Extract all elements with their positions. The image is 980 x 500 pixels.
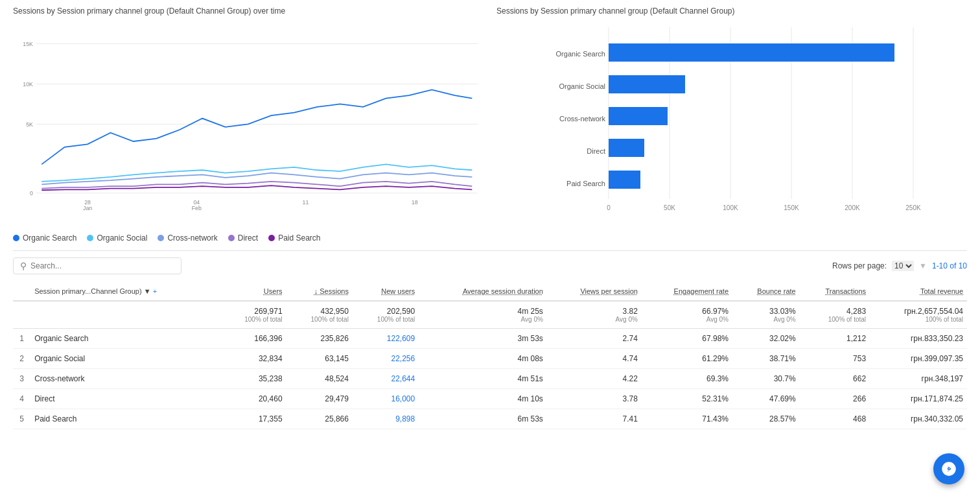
row-bounce: 38.71% <box>732 349 800 369</box>
svg-text:Feb: Feb <box>192 205 202 211</box>
col-new-users[interactable]: New users <box>353 282 419 301</box>
totals-bounce: 33.03% Avg 0% <box>732 301 800 329</box>
totals-new-users: 202,590 100% of total <box>353 301 419 329</box>
totals-users-value: 269,971 <box>254 307 282 316</box>
row-bounce: 30.7% <box>732 369 800 389</box>
totals-views-sub: Avg 0% <box>551 316 638 323</box>
svg-text:Cross-network: Cross-network <box>559 115 605 123</box>
totals-users-sub: 100% of total <box>224 316 282 323</box>
totals-avg-duration-sub: Avg 0% <box>423 316 543 323</box>
legend-item-paid-search: Paid Search <box>268 233 320 243</box>
row-users: 35,238 <box>220 369 286 389</box>
table-row: 1 Organic Search 166,396 235,826 122,609… <box>13 329 967 349</box>
totals-engagement-value: 66.97% <box>702 307 729 316</box>
col-users[interactable]: Users <box>220 282 286 301</box>
svg-text:50K: 50K <box>664 204 675 211</box>
totals-views-value: 3.82 <box>623 307 638 316</box>
legend: Organic Search Organic Social Cross-netw… <box>0 228 980 250</box>
svg-text:15K: 15K <box>23 41 33 47</box>
row-new-users: 22,644 <box>353 369 419 389</box>
search-row: ⚲ Rows per page: 10 25 50 ▼ 1-10 of 10 <box>13 257 967 274</box>
col-sessions[interactable]: ↓ Sessions <box>286 282 353 301</box>
row-avg-duration: 4m 51s <box>419 369 547 389</box>
row-engagement: 52.31% <box>642 389 732 409</box>
totals-rank <box>13 301 30 329</box>
svg-text:0: 0 <box>607 204 611 211</box>
col-views-per-session[interactable]: Views per session <box>547 282 642 301</box>
row-channel: Direct <box>30 389 220 409</box>
line-chart-section: Sessions by Session primary channel grou… <box>13 6 484 228</box>
totals-new-users-sub: 100% of total <box>356 316 415 323</box>
row-new-users: 16,000 <box>353 389 419 409</box>
svg-text:100K: 100K <box>723 204 738 211</box>
row-bounce: 28.57% <box>732 409 800 429</box>
totals-transactions: 4,283 100% of total <box>800 301 870 329</box>
row-bounce: 47.69% <box>732 389 800 409</box>
search-box[interactable]: ⚲ <box>13 257 181 274</box>
row-users: 17,355 <box>220 409 286 429</box>
col-channel-group[interactable]: Session primary...Channel Group) ▼ + <box>30 282 220 301</box>
col-channel-add-icon[interactable]: + <box>153 287 157 295</box>
row-views: 4.22 <box>547 369 642 389</box>
legend-dot-organic-social <box>87 235 93 241</box>
legend-dot-direct <box>228 235 235 241</box>
row-users: 20,460 <box>220 389 286 409</box>
row-sessions: 63,145 <box>286 349 353 369</box>
totals-row: 269,971 100% of total 432,950 100% of to… <box>13 301 967 329</box>
row-sessions: 25,866 <box>286 409 353 429</box>
svg-rect-33 <box>609 139 644 157</box>
row-rank: 4 <box>13 389 30 409</box>
svg-text:Organic Social: Organic Social <box>559 82 605 90</box>
svg-text:Organic Search: Organic Search <box>556 50 605 58</box>
bar-chart-section: Sessions by Session primary channel grou… <box>496 6 967 228</box>
row-rank: 3 <box>13 369 30 389</box>
legend-label-organic-social: Organic Social <box>97 233 147 243</box>
row-engagement: 69.3% <box>642 369 732 389</box>
row-rank: 5 <box>13 409 30 429</box>
legend-label-organic-search: Organic Search <box>23 233 76 243</box>
legend-item-organic-search: Organic Search <box>13 233 76 243</box>
table-row: 4 Direct 20,460 29,479 16,000 4m 10s 3.7… <box>13 389 967 409</box>
totals-sessions-value: 432,950 <box>321 307 349 316</box>
totals-avg-duration: 4m 25s Avg 0% <box>419 301 547 329</box>
totals-new-users-value: 202,590 <box>387 307 415 316</box>
row-engagement: 71.43% <box>642 409 732 429</box>
col-avg-duration[interactable]: Average session duration <box>419 282 547 301</box>
legend-label-paid-search: Paid Search <box>278 233 320 243</box>
svg-text:Jan: Jan <box>83 205 92 211</box>
row-views: 2.74 <box>547 329 642 349</box>
col-total-revenue[interactable]: Total revenue <box>870 282 967 301</box>
row-new-users: 22,256 <box>353 349 419 369</box>
totals-users: 269,971 100% of total <box>220 301 286 329</box>
totals-views: 3.82 Avg 0% <box>547 301 642 329</box>
legend-dot-organic-search <box>13 235 19 241</box>
svg-text:18: 18 <box>412 199 418 206</box>
row-users: 32,834 <box>220 349 286 369</box>
row-transactions: 266 <box>800 389 870 409</box>
rows-per-page-select[interactable]: 10 25 50 <box>892 261 914 271</box>
row-views: 4.74 <box>547 349 642 369</box>
col-transactions[interactable]: Transactions <box>800 282 870 301</box>
col-bounce-rate[interactable]: Bounce rate <box>732 282 800 301</box>
data-table: Session primary...Channel Group) ▼ + Use… <box>13 282 967 429</box>
search-input[interactable] <box>30 261 160 270</box>
totals-sessions: 432,950 100% of total <box>286 301 353 329</box>
svg-rect-31 <box>609 107 668 125</box>
row-revenue: грн.833,350.23 <box>870 329 967 349</box>
bar-chart: 0 50K 100K 150K 200K 250K Organic Search… <box>496 21 967 228</box>
row-transactions: 1,212 <box>800 329 870 349</box>
svg-text:250K: 250K <box>905 204 921 211</box>
row-new-users: 122,609 <box>353 329 419 349</box>
row-views: 3.78 <box>547 389 642 409</box>
row-channel: Paid Search <box>30 409 220 429</box>
svg-text:10K: 10K <box>23 81 33 88</box>
row-avg-duration: 3m 53s <box>419 329 547 349</box>
row-sessions: 29,479 <box>286 389 353 409</box>
row-rank: 1 <box>13 329 30 349</box>
chevron-down-icon: ▼ <box>919 261 927 270</box>
legend-dot-cross-network <box>158 235 164 241</box>
rows-per-page-section: Rows per page: 10 25 50 ▼ 1-10 of 10 <box>832 261 967 271</box>
bar-chart-title: Sessions by Session primary channel grou… <box>496 6 967 16</box>
table-row: 3 Cross-network 35,238 48,524 22,644 4m … <box>13 369 967 389</box>
col-engagement-rate[interactable]: Engagement rate <box>642 282 732 301</box>
